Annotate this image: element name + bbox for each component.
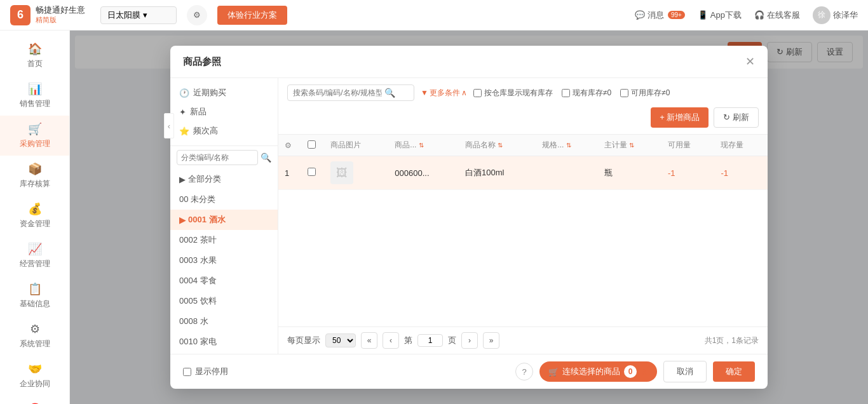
add-product-button[interactable]: + 新增商品 (651, 107, 709, 128)
arrow-right-active-icon: ▶ (179, 215, 186, 225)
checkbox-warehouse[interactable] (473, 89, 482, 97)
shortcut-frequent[interactable]: ⭐ 频次高 (170, 121, 278, 140)
sidebar-item-operations[interactable]: 📈 经营管理 (0, 236, 69, 276)
refresh-button[interactable]: ↻ 刷新 (714, 107, 759, 128)
category-alcohol[interactable]: ▶ 0001 酒水 (170, 210, 278, 230)
col-image: 商品图片 (324, 135, 388, 156)
shortcut-recent[interactable]: 🕐 近期购买 (170, 83, 278, 102)
purchase-icon: 🛒 (28, 122, 42, 136)
store-selector[interactable]: 日太阳膜 ▾ (100, 6, 177, 24)
logo: 6 畅捷通好生意 精简版 (10, 5, 85, 25)
sidebar-item-guide[interactable]: 🎯 新手引导 (0, 396, 69, 404)
sidebar-label-purchase: 采购管理 (20, 138, 50, 149)
table-settings-icon[interactable]: ⚙ (285, 141, 292, 150)
show-disabled-label[interactable]: 显示停用 (183, 366, 228, 377)
per-page-select[interactable]: 50 (325, 333, 356, 347)
col-spec[interactable]: 规格... ⇅ (536, 135, 597, 156)
select-all-checkbox[interactable] (308, 140, 316, 149)
confirm-button[interactable]: 确定 (713, 361, 755, 382)
filter-bar: 🔍 ▼ 更多条件 ∧ 按仓库显示现有库存 (278, 78, 768, 135)
sidebar-item-finance[interactable]: 💰 资金管理 (0, 196, 69, 236)
sales-icon: 📊 (28, 82, 42, 96)
category-snacks[interactable]: 0004 零食 (170, 271, 278, 291)
modal-header: 商品参照 ✕ (170, 46, 768, 78)
base-icon: 📋 (28, 282, 42, 296)
category-unclassified[interactable]: 00 未分类 (170, 189, 278, 210)
filter-icon: ▼ (421, 88, 428, 97)
user-menu[interactable]: 徐 徐泽华 (813, 6, 858, 24)
sidebar-label-home: 首页 (27, 58, 43, 69)
cart-collapse-icon[interactable]: ∧ (641, 366, 648, 378)
category-search-input[interactable] (177, 150, 258, 165)
col-unit[interactable]: 主计量 ⇅ (598, 135, 661, 156)
shortcut-new[interactable]: ✦ 新品 (170, 102, 278, 121)
checkbox-warehouse-label[interactable]: 按仓库显示现有库存 (473, 88, 553, 98)
category-search-icon[interactable]: 🔍 (261, 152, 271, 163)
sidebar-item-system[interactable]: ⚙ 系统管理 (0, 316, 69, 356)
row-checkbox[interactable] (308, 168, 316, 176)
sidebar: 🏠 首页 📊 销售管理 🛒 采购管理 📦 库存核算 💰 资金管理 📈 经营管理 … (0, 30, 70, 404)
sidebar-item-sales[interactable]: 📊 销售管理 (0, 76, 69, 116)
next-page-button[interactable]: › (461, 332, 478, 349)
product-search-input[interactable] (293, 88, 382, 97)
sidebar-label-system: 系统管理 (20, 339, 50, 349)
checkbox-available-label[interactable]: 可用库存≠0 (620, 88, 670, 98)
sidebar-item-inventory[interactable]: 📦 库存核算 (0, 156, 69, 196)
prev-page-button[interactable]: ‹ (383, 332, 399, 349)
product-reference-modal: 商品参照 ✕ 🕐 近期购买 ✦ 新 (170, 46, 768, 389)
last-page-button[interactable]: » (483, 332, 499, 349)
table-row[interactable]: 1 🖼 000600... 白酒100ml (278, 156, 768, 190)
show-disabled-checkbox[interactable] (183, 368, 191, 376)
online-service-button[interactable]: 🎧 在线客服 (754, 10, 800, 21)
modal-right-panel: 🔍 ▼ 更多条件 ∧ 按仓库显示现有库存 (278, 78, 768, 354)
checkbox-available-ne0[interactable] (620, 89, 628, 97)
new-icon: ✦ (179, 107, 186, 117)
sidebar-item-home[interactable]: 🏠 首页 (0, 36, 69, 76)
sidebar-item-enterprise[interactable]: 🤝 企业协同 (0, 356, 69, 396)
app-download-button[interactable]: 📱 App下载 (698, 10, 742, 21)
product-table: ⚙ 商品图片 商品... ⇅ 商品名称 ⇅ 规格... ⇅ (278, 135, 768, 190)
modal-body: 🕐 近期购买 ✦ 新品 ⭐ 频次高 ‹ (170, 78, 768, 354)
brand-tag: 精简版 (36, 15, 85, 25)
product-table-area: ⚙ 商品图片 商品... ⇅ 商品名称 ⇅ 规格... ⇅ (278, 135, 768, 327)
message-icon: 💬 (635, 10, 645, 20)
category-appliances[interactable]: 0010 家电 (170, 332, 278, 352)
category-water[interactable]: 0008 水 (170, 311, 278, 332)
col-code[interactable]: 商品... ⇅ (388, 135, 459, 156)
col-checkbox (301, 135, 324, 156)
collapse-sidebar-button[interactable]: ‹ (170, 113, 174, 138)
cancel-button[interactable]: 取消 (663, 361, 707, 382)
page-number-input[interactable] (417, 334, 443, 347)
sidebar-label-operations: 经营管理 (20, 259, 50, 269)
product-search-icon[interactable]: 🔍 (384, 88, 395, 98)
sidebar-item-purchase[interactable]: 🛒 采购管理 (0, 116, 69, 156)
category-tea[interactable]: 0002 茶叶 (170, 230, 278, 250)
sidebar-label-finance: 资金管理 (20, 219, 50, 229)
headset-icon: 🎧 (754, 10, 764, 20)
col-name[interactable]: 商品名称 ⇅ (459, 135, 536, 156)
checkbox-stock-ne0[interactable] (562, 89, 570, 97)
filter-chevron-icon: ∧ (461, 88, 467, 97)
messages-button[interactable]: 💬 消息 99+ (635, 10, 685, 21)
first-page-button[interactable]: « (361, 332, 377, 349)
category-beverages[interactable]: 0005 饮料 (170, 291, 278, 311)
star-icon: ⭐ (179, 126, 189, 136)
checkbox-stock-label[interactable]: 现有库存≠0 (562, 88, 611, 98)
help-button[interactable]: ? (515, 363, 533, 380)
filter-action-buttons: + 新增商品 ↻ 刷新 (651, 107, 759, 128)
sidebar-item-base[interactable]: 📋 基础信息 (0, 276, 69, 316)
category-fruit[interactable]: 0003 水果 (170, 250, 278, 271)
shortcuts-section: 🕐 近期购买 ✦ 新品 ⭐ 频次高 (170, 83, 278, 146)
cell-image: 🖼 (324, 156, 388, 190)
category-all[interactable]: ▶ 全部分类 (170, 169, 278, 189)
cart-button[interactable]: 🛒 连续选择的商品 0 ∧ (539, 361, 657, 382)
finance-icon: 💰 (28, 202, 42, 216)
brand-name: 畅捷通好生意 (36, 5, 85, 16)
modal-close-button[interactable]: ✕ (745, 55, 755, 69)
settings-icon[interactable]: ⚙ (187, 5, 207, 25)
product-thumbnail: 🖼 (330, 161, 353, 184)
filter-more-button[interactable]: ▼ 更多条件 ∧ (421, 88, 467, 98)
trial-button[interactable]: 体验行业方案 (217, 6, 287, 25)
cell-checkbox[interactable] (301, 156, 324, 190)
sidebar-label-base: 基础信息 (20, 299, 50, 309)
